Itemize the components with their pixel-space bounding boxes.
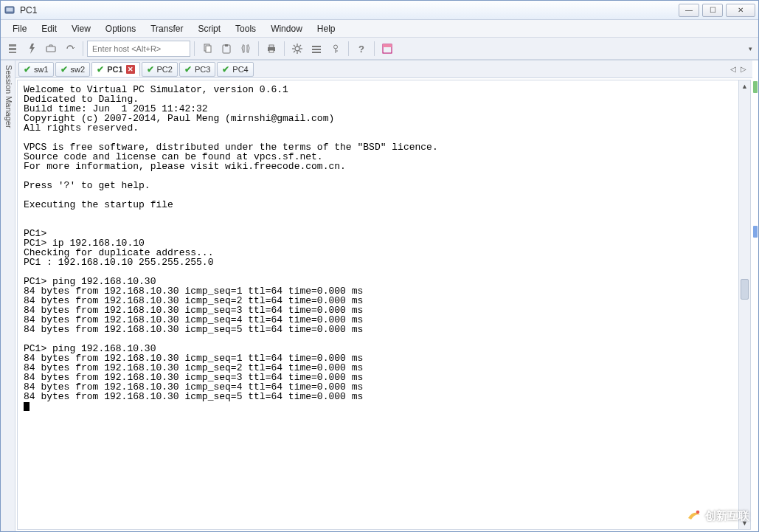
svg-line-21 xyxy=(294,51,295,52)
menu-transfer[interactable]: Transfer xyxy=(143,20,190,37)
paste-icon[interactable] xyxy=(218,40,235,58)
menu-help[interactable]: Help xyxy=(310,20,343,37)
help-icon[interactable]: ? xyxy=(353,40,370,58)
toolbar-overflow-icon[interactable]: ▾ xyxy=(745,40,755,58)
scroll-down-icon[interactable]: ▼ xyxy=(739,517,750,529)
svg-rect-30 xyxy=(383,44,392,47)
check-icon: ✔ xyxy=(147,64,154,75)
svg-rect-1 xyxy=(7,7,13,11)
toolbar-separator xyxy=(83,41,83,56)
menu-file[interactable]: File xyxy=(5,20,34,37)
svg-rect-7 xyxy=(206,46,211,52)
svg-rect-24 xyxy=(312,52,321,53)
svg-rect-23 xyxy=(312,49,321,50)
menu-bar: File Edit View Options Transfer Script T… xyxy=(1,20,758,38)
window-controls: — ☐ ✕ xyxy=(679,4,755,17)
host-input[interactable] xyxy=(87,41,190,57)
svg-point-13 xyxy=(295,46,299,51)
session-manager-tab[interactable]: Session Manager xyxy=(1,61,15,531)
tab-label: PC4 xyxy=(232,65,248,74)
close-button[interactable]: ✕ xyxy=(726,4,755,17)
scroll-thumb[interactable] xyxy=(741,279,749,300)
keymap-icon[interactable] xyxy=(327,40,344,58)
change-markers xyxy=(752,61,758,531)
svg-rect-9 xyxy=(225,44,228,46)
terminal-pane: Welcome to Virtual PC Simulator, version… xyxy=(17,80,751,530)
maximize-button[interactable]: ☐ xyxy=(702,4,723,17)
toggle-pane-icon[interactable] xyxy=(378,40,396,58)
toolbar-separator xyxy=(284,41,285,56)
tab-pc4[interactable]: ✔ PC4 xyxy=(217,62,253,77)
quickconnect-icon[interactable] xyxy=(23,40,41,58)
menu-options[interactable]: Options xyxy=(98,20,143,37)
marker-blue xyxy=(753,226,758,238)
session-tabs: ✔ sw1 ✔ sw2 ✔ PC1 ✕ ✔ PC2 ✔ xyxy=(15,61,752,78)
tab-label: PC2 xyxy=(157,65,173,74)
copy-icon[interactable] xyxy=(198,40,216,58)
tabs-nav: ◁ ▷ xyxy=(730,65,749,73)
tab-label: PC3 xyxy=(195,65,210,74)
tab-sw1[interactable]: ✔ sw1 xyxy=(18,62,54,77)
window-title: PC1 xyxy=(20,5,37,15)
title-bar: PC1 — ☐ ✕ xyxy=(1,1,758,20)
svg-rect-2 xyxy=(9,44,16,46)
app-window: PC1 — ☐ ✕ File Edit View Options Transfe… xyxy=(0,0,759,532)
marker-green xyxy=(753,81,758,93)
tab-pc1[interactable]: ✔ PC1 ✕ xyxy=(91,62,139,77)
tab-pc2[interactable]: ✔ PC2 xyxy=(142,62,178,77)
check-icon: ✔ xyxy=(184,64,192,75)
svg-rect-22 xyxy=(312,46,321,47)
find-icon[interactable] xyxy=(237,40,254,58)
check-icon: ✔ xyxy=(24,64,31,75)
vertical-scrollbar[interactable]: ▲ ▼ xyxy=(738,80,750,529)
svg-rect-5 xyxy=(46,46,55,52)
svg-rect-4 xyxy=(9,52,16,53)
tab-label: sw1 xyxy=(34,65,49,74)
app-icon xyxy=(4,4,15,16)
menu-window[interactable]: Window xyxy=(263,20,310,37)
tab-pc3[interactable]: ✔ PC3 xyxy=(179,62,215,77)
print-icon[interactable] xyxy=(263,40,280,58)
tab-scroll-right-icon[interactable]: ▷ xyxy=(741,65,746,73)
check-icon: ✔ xyxy=(97,64,104,75)
toolbar-separator xyxy=(348,41,349,56)
tab-label: PC1 xyxy=(107,65,122,74)
tab-sw2[interactable]: ✔ sw2 xyxy=(55,62,91,77)
session-options-icon[interactable] xyxy=(308,40,325,58)
svg-rect-12 xyxy=(269,50,274,52)
menu-script[interactable]: Script xyxy=(190,20,228,37)
minimize-button[interactable]: — xyxy=(679,4,699,17)
toolbar-separator xyxy=(194,41,195,56)
scroll-track[interactable] xyxy=(739,92,750,517)
scroll-up-icon[interactable]: ▲ xyxy=(739,80,750,92)
svg-point-25 xyxy=(334,45,338,49)
tab-close-icon[interactable]: ✕ xyxy=(126,65,135,74)
terminal-cursor xyxy=(24,402,30,411)
tab-label: sw2 xyxy=(71,65,86,74)
toolbar: ? ▾ xyxy=(1,38,758,60)
svg-text:?: ? xyxy=(358,44,364,54)
svg-line-20 xyxy=(299,45,301,46)
menu-view[interactable]: View xyxy=(64,20,98,37)
tab-scroll-left-icon[interactable]: ◁ xyxy=(730,65,736,73)
toolbar-separator xyxy=(258,41,259,56)
svg-line-18 xyxy=(294,45,295,46)
disconnect-icon[interactable] xyxy=(61,40,79,58)
toolbar-separator xyxy=(374,41,375,56)
profiles-icon[interactable] xyxy=(4,40,21,58)
terminal-output[interactable]: Welcome to Virtual PC Simulator, version… xyxy=(18,80,738,529)
reconnect-icon[interactable] xyxy=(42,40,60,58)
menu-tools[interactable]: Tools xyxy=(228,20,263,37)
check-icon: ✔ xyxy=(222,64,229,75)
svg-rect-3 xyxy=(9,48,16,50)
settings-icon[interactable] xyxy=(288,40,306,58)
menu-edit[interactable]: Edit xyxy=(34,20,64,37)
check-icon: ✔ xyxy=(60,64,68,75)
svg-line-19 xyxy=(299,51,301,52)
svg-rect-11 xyxy=(269,45,274,47)
